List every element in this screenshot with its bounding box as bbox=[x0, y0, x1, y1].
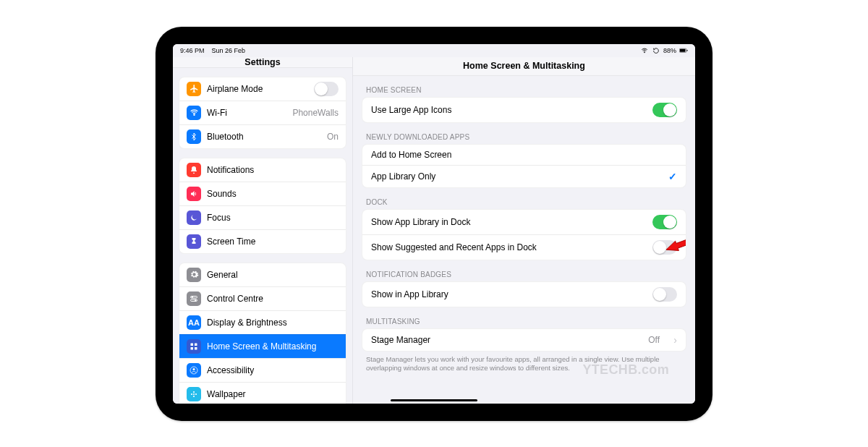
badgelib-toggle[interactable] bbox=[652, 287, 677, 302]
section-group: Use Large App Icons bbox=[362, 97, 686, 123]
svg-point-17 bbox=[193, 395, 195, 396]
sidebar-item-screentime[interactable]: Screen Time bbox=[179, 229, 346, 253]
sidebar-item-airplane[interactable]: Airplane Mode bbox=[179, 77, 346, 101]
sidebar-item-focus[interactable]: Focus bbox=[179, 205, 346, 229]
bluetooth-icon bbox=[187, 129, 201, 144]
libonly-label: App Library Only bbox=[371, 171, 663, 182]
setting-row-libonly[interactable]: App Library Only ✓ bbox=[362, 165, 686, 187]
setting-row-recents[interactable]: Show Suggested and Recent Apps in Dock bbox=[362, 234, 686, 260]
setting-row-stage[interactable]: Stage Manager Off › bbox=[362, 329, 686, 351]
bell-icon bbox=[187, 163, 201, 177]
sounds-label: Sounds bbox=[207, 189, 339, 199]
svg-point-15 bbox=[193, 393, 195, 395]
svg-rect-12 bbox=[195, 347, 197, 350]
status-date: Sun 26 Feb bbox=[212, 47, 246, 54]
badgelib-label: Show in App Library bbox=[371, 289, 647, 299]
section-footer: Stage Manager lets you work with your fa… bbox=[366, 355, 682, 373]
aa-icon: AA bbox=[187, 315, 201, 330]
sidebar-item-homescreen[interactable]: Home Screen & Multitasking bbox=[179, 334, 346, 358]
libdock-toggle[interactable] bbox=[652, 215, 677, 229]
sidebar-item-general[interactable]: General bbox=[179, 263, 346, 286]
content-panel: Home Screen & Multitasking Home Screen U… bbox=[352, 57, 695, 404]
svg-point-18 bbox=[191, 393, 192, 394]
focus-label: Focus bbox=[207, 213, 339, 223]
check-icon: ✓ bbox=[668, 171, 677, 182]
status-bar: 9:46 PM Sun 26 Feb 88% bbox=[173, 44, 695, 57]
airplane-toggle[interactable] bbox=[314, 82, 339, 96]
moon-icon bbox=[187, 210, 201, 225]
stage-label: Stage Manager bbox=[371, 335, 642, 345]
wifi-icon bbox=[640, 47, 649, 54]
setting-row-libdock[interactable]: Show App Library in Dock bbox=[362, 210, 686, 234]
bluetooth-value: On bbox=[327, 132, 339, 142]
wifi-label: Wi-Fi bbox=[207, 108, 286, 118]
status-time: 9:46 PM bbox=[180, 47, 205, 54]
svg-point-8 bbox=[195, 299, 197, 301]
svg-rect-9 bbox=[191, 343, 194, 346]
general-label: General bbox=[207, 270, 339, 280]
airplane-label: Airplane Mode bbox=[207, 84, 308, 94]
recents-label: Show Suggested and Recent Apps in Dock bbox=[371, 242, 647, 252]
person-icon bbox=[187, 363, 201, 378]
split-container: Settings Airplane Mode Wi-Fi PhoneWalls … bbox=[173, 57, 695, 404]
svg-point-0 bbox=[644, 52, 645, 53]
hourglass-icon bbox=[187, 234, 201, 249]
svg-point-19 bbox=[195, 393, 197, 394]
section-header: Multitasking bbox=[366, 318, 682, 325]
sidebar: Settings Airplane Mode Wi-Fi PhoneWalls … bbox=[173, 57, 352, 404]
addhome-label: Add to Home Screen bbox=[371, 150, 677, 160]
svg-rect-10 bbox=[195, 343, 197, 346]
home-indicator[interactable] bbox=[391, 399, 477, 401]
display-label: Display & Brightness bbox=[207, 318, 339, 328]
wallpaper-label: Wallpaper bbox=[207, 389, 339, 399]
sidebar-item-wifi[interactable]: Wi-Fi PhoneWalls bbox=[179, 101, 346, 124]
sidebar-item-notifications[interactable]: Notifications bbox=[179, 158, 346, 182]
status-time-date: 9:46 PM Sun 26 Feb bbox=[180, 47, 245, 54]
svg-point-4 bbox=[193, 114, 194, 115]
libdock-label: Show App Library in Dock bbox=[371, 217, 647, 227]
section-header: Dock bbox=[366, 198, 682, 206]
setting-row-badgelib[interactable]: Show in App Library bbox=[362, 282, 686, 307]
sidebar-item-wallpaper[interactable]: Wallpaper bbox=[179, 382, 346, 404]
sidebar-item-controlcentre[interactable]: Control Centre bbox=[179, 286, 346, 310]
ipad-screen: 9:46 PM Sun 26 Feb 88% Settings Airplane… bbox=[173, 44, 695, 404]
section-group: Stage Manager Off › bbox=[362, 328, 686, 352]
largeicons-label: Use Large App Icons bbox=[371, 105, 647, 115]
svg-point-16 bbox=[193, 391, 195, 392]
controlcentre-label: Control Centre bbox=[207, 294, 339, 304]
sidebar-title: Settings bbox=[173, 57, 352, 68]
sidebar-item-bluetooth[interactable]: Bluetooth On bbox=[179, 124, 346, 148]
section-header: Home Screen bbox=[366, 86, 682, 94]
sidebar-item-display[interactable]: AA Display & Brightness bbox=[179, 310, 346, 334]
section-header: Newly Downloaded Apps bbox=[366, 133, 682, 141]
screentime-label: Screen Time bbox=[207, 237, 339, 247]
section-group: Show App Library in Dock Show Suggested … bbox=[362, 209, 686, 260]
bluetooth-label: Bluetooth bbox=[207, 132, 321, 142]
wifi-value: PhoneWalls bbox=[292, 108, 339, 118]
sidebar-item-accessibility[interactable]: Accessibility bbox=[179, 358, 346, 382]
accessibility-label: Accessibility bbox=[207, 365, 339, 375]
homescreen-label: Home Screen & Multitasking bbox=[207, 341, 339, 352]
svg-point-14 bbox=[193, 368, 195, 370]
stage-value: Off bbox=[648, 335, 660, 345]
pointer-arrow-icon bbox=[664, 239, 686, 260]
status-right: 88% bbox=[640, 47, 688, 54]
notifications-label: Notifications bbox=[207, 165, 339, 175]
content-title: Home Screen & Multitasking bbox=[353, 57, 695, 76]
chevron-right-icon: › bbox=[673, 334, 677, 346]
sidebar-item-sounds[interactable]: Sounds bbox=[179, 182, 346, 205]
largeicons-toggle[interactable] bbox=[652, 103, 677, 117]
rotation-lock-icon bbox=[652, 47, 660, 54]
section-group: Add to Home Screen App Library Only ✓ bbox=[362, 144, 686, 188]
svg-rect-2 bbox=[680, 48, 686, 51]
battery-icon bbox=[679, 47, 688, 54]
svg-marker-21 bbox=[665, 239, 686, 255]
section-header: Notification Badges bbox=[366, 271, 682, 278]
speaker-icon bbox=[187, 187, 201, 201]
setting-row-largeicons[interactable]: Use Large App Icons bbox=[362, 98, 686, 122]
wifi-icon bbox=[187, 106, 201, 120]
flower-icon bbox=[187, 387, 201, 401]
switches-icon bbox=[187, 291, 201, 306]
setting-row-addhome[interactable]: Add to Home Screen bbox=[362, 145, 686, 165]
section-group: Show in App Library bbox=[362, 281, 686, 307]
